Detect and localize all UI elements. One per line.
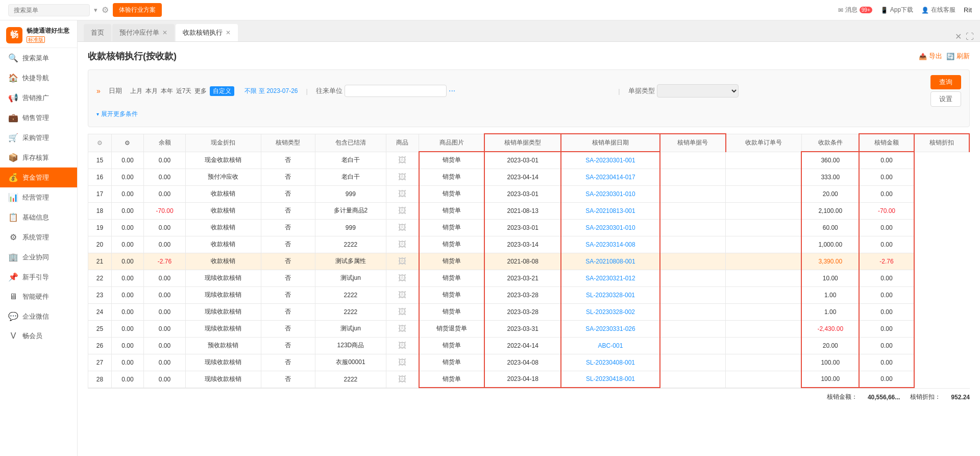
- writeoff-no-link[interactable]: SA-20230301-001: [585, 157, 635, 164]
- cell-receipt-order-no: [660, 169, 726, 185]
- table-row: 150.000.00现金收款核销否老白干🖼销货单2023-03-01SA-202…: [88, 152, 970, 169]
- cell-writeoff-receipt-type: 销货单: [419, 354, 485, 371]
- cell-receipt-condition: [726, 236, 802, 253]
- export-btn[interactable]: 📤 导出: [919, 52, 942, 61]
- cell-writeoff-no[interactable]: SA-20230301-010: [561, 219, 660, 236]
- search-input[interactable]: [8, 4, 90, 16]
- sidebar-item-enterprise[interactable]: 🏢企业协同: [0, 247, 77, 267]
- cell-balance: 0.00: [111, 236, 143, 253]
- writeoff-no-link[interactable]: SA-20230321-012: [585, 275, 635, 282]
- cell-writeoff-no[interactable]: SL-20230328-002: [561, 303, 660, 320]
- tab-home[interactable]: 首页: [84, 24, 111, 41]
- date-more[interactable]: 更多: [194, 87, 207, 95]
- cell-writeoff-receipt-type: 销货单: [419, 185, 485, 202]
- cell-writeoff-no[interactable]: SL-20230328-001: [561, 286, 660, 303]
- cell-writeoff-no[interactable]: ABC-001: [561, 337, 660, 354]
- refresh-btn[interactable]: 🔄 刷新: [946, 52, 970, 61]
- cell-writeoff-no[interactable]: SL-20230418-001: [561, 371, 660, 388]
- date-custom[interactable]: 自定义: [210, 86, 234, 96]
- query-btn[interactable]: 查询: [930, 75, 961, 89]
- cell-balance: 0.00: [111, 169, 143, 185]
- counterpart-input[interactable]: [345, 85, 447, 97]
- writeoff-no-link[interactable]: ABC-001: [598, 342, 623, 349]
- table-row: 190.000.00收款核销否999🖼销货单2023-03-01SA-20230…: [88, 219, 970, 236]
- sidebar-icon-operation: 📊: [8, 193, 18, 202]
- tab-close-prepay[interactable]: ✕: [162, 29, 167, 36]
- main-content: 首页预付冲应付单✕收款核销执行✕ ✕ ⛶ 收款核销执行(按收款) 📤 导出: [78, 20, 980, 456]
- sidebar-item-inventory[interactable]: 📦库存核算: [0, 148, 77, 167]
- writeoff-no-link[interactable]: SA-20210813-001: [585, 207, 635, 214]
- cell-writeoff-no[interactable]: SA-20230321-012: [561, 270, 660, 286]
- cell-writeoff-no[interactable]: SA-20230301-001: [561, 152, 660, 169]
- app-download-btn[interactable]: 📱 App下载: [880, 6, 913, 14]
- counterpart-more-btn[interactable]: ···: [449, 86, 455, 95]
- sidebar-item-quick-nav[interactable]: 🏠快捷导航: [0, 68, 77, 88]
- cell-writeoff-amount: 1.00: [801, 286, 859, 303]
- tab-close-receivable[interactable]: ✕: [226, 29, 231, 36]
- sidebar-label-basic: 基础信息: [22, 213, 49, 222]
- cell-writeoff-no[interactable]: SL-20230408-001: [561, 354, 660, 371]
- gear-icon[interactable]: ⚙: [102, 5, 109, 15]
- sidebar-item-search-menu[interactable]: 🔍搜索菜单: [0, 48, 77, 68]
- expand-conditions-btn[interactable]: ▾ 展开更多条件: [96, 110, 961, 118]
- cell-writeoff-receipt-type: 销货单: [419, 371, 485, 388]
- cell-cash-discount: 0.00: [144, 303, 186, 320]
- cell-rowno: 16: [88, 169, 112, 185]
- cell-cash-discount: 0.00: [144, 185, 186, 202]
- writeoff-no-link[interactable]: SA-20230331-026: [585, 325, 635, 332]
- cell-writeoff-no[interactable]: SA-20230314-008: [561, 236, 660, 253]
- writeoff-no-link[interactable]: SL-20230328-002: [586, 308, 635, 316]
- writeoff-no-link[interactable]: SL-20230408-001: [586, 359, 635, 366]
- sidebar-item-basic[interactable]: 📋基础信息: [0, 207, 77, 227]
- close-window-btn[interactable]: ✕: [955, 32, 962, 41]
- messages-btn[interactable]: ✉ 消息 99+: [838, 6, 872, 14]
- tab-receivable[interactable]: 收款核销执行✕: [176, 24, 238, 41]
- cell-writeoff-date: 2023-04-08: [484, 354, 561, 371]
- date-7days[interactable]: 近7天: [176, 87, 192, 95]
- footer-total-amount: 40,556,66...: [868, 394, 900, 401]
- settings-btn[interactable]: 设置: [930, 91, 961, 107]
- writeoff-no-link[interactable]: SA-20230314-008: [585, 241, 635, 248]
- writeoff-no-link[interactable]: SL-20230418-001: [586, 375, 635, 382]
- cell-writeoff-no[interactable]: SA-20230301-010: [561, 185, 660, 202]
- sidebar-item-system[interactable]: ⚙系统管理: [0, 227, 77, 247]
- cell-writeoff-no[interactable]: SA-20210813-001: [561, 202, 660, 219]
- dropdown-icon[interactable]: ▾: [94, 6, 97, 14]
- sidebar-item-member[interactable]: V畅会员: [0, 326, 77, 346]
- sidebar-label-marketing: 营销推广: [22, 93, 49, 103]
- sidebar-item-purchase[interactable]: 🛒采购管理: [0, 128, 77, 148]
- sidebar-item-hardware[interactable]: 🖥智能硬件: [0, 287, 77, 306]
- sidebar-item-sales[interactable]: 💼销售管理: [0, 108, 77, 128]
- writeoff-no-link[interactable]: SA-20230301-010: [585, 190, 635, 198]
- cell-writeoff-no[interactable]: SA-20230331-026: [561, 320, 660, 337]
- filter-expand-arrow[interactable]: »: [96, 87, 101, 95]
- sidebar-item-guide[interactable]: 📌新手引导: [0, 267, 77, 287]
- sidebar-item-finance[interactable]: 💰资金管理: [0, 167, 77, 187]
- cell-include-settled: 否: [261, 152, 315, 169]
- sidebar-label-system: 系统管理: [22, 233, 49, 242]
- user-name[interactable]: Rit: [964, 6, 972, 14]
- writeoff-no-link[interactable]: SA-20230414-017: [585, 174, 635, 181]
- tab-prepay[interactable]: 预付冲应付单✕: [112, 24, 175, 41]
- writeoff-no-link[interactable]: SL-20230328-001: [586, 292, 635, 299]
- writeoff-no-link[interactable]: SA-20230301-010: [585, 224, 635, 231]
- cell-writeoff-type: 预付冲应收: [185, 169, 261, 185]
- cell-receipt-order-no: [660, 152, 726, 169]
- maximize-btn[interactable]: ⛶: [966, 32, 974, 41]
- app-icon: 📱: [880, 7, 888, 14]
- sidebar-item-marketing[interactable]: 📢营销推广: [0, 88, 77, 108]
- date-this-month[interactable]: 本月: [145, 87, 158, 95]
- receipt-type-select[interactable]: [657, 84, 739, 98]
- sidebar-label-sales: 销售管理: [22, 113, 49, 123]
- online-service-btn[interactable]: 👤 在线客服: [921, 6, 955, 14]
- date-prev-month[interactable]: 上月: [130, 87, 142, 95]
- cell-writeoff-no[interactable]: SA-20210808-001: [561, 253, 660, 270]
- cell-goods: 2222: [315, 286, 386, 303]
- writeoff-no-link[interactable]: SA-20210808-001: [585, 258, 635, 265]
- cell-writeoff-no[interactable]: SA-20230414-017: [561, 169, 660, 185]
- table-settings-gear[interactable]: ⚙: [97, 139, 103, 147]
- date-this-year[interactable]: 本年: [161, 87, 173, 95]
- sidebar-item-operation[interactable]: 📊经营管理: [0, 187, 77, 207]
- sidebar-item-wechat[interactable]: 💬企业微信: [0, 306, 77, 326]
- industry-btn[interactable]: 体验行业方案: [113, 3, 162, 17]
